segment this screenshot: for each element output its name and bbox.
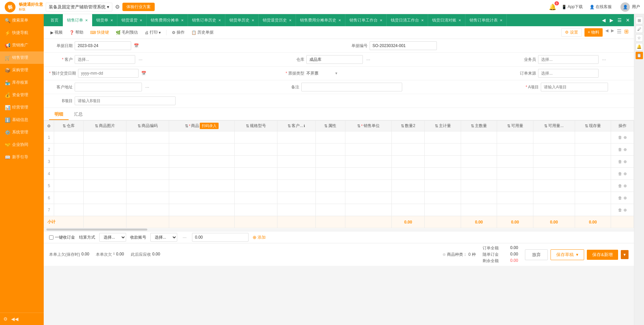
- customer-input[interactable]: [75, 55, 135, 64]
- tab-sales-return-close[interactable]: ✕: [140, 18, 142, 22]
- bank-select[interactable]: 选择...: [150, 233, 177, 242]
- row-delete-1[interactable]: 🗑: [618, 135, 622, 140]
- tab-order-workbench-close[interactable]: ✕: [380, 18, 382, 22]
- tab-sales-expense[interactable]: 销售费用分摊单 ✕: [147, 14, 188, 26]
- right-tool-bell[interactable]: 🔔: [636, 43, 643, 50]
- quick-payment-checkbox[interactable]: 一键收订金: [49, 235, 75, 240]
- sidebar-item-operations[interactable]: 📊 经营管理: [0, 101, 44, 114]
- sidebar-item-cooperation[interactable]: 🤝 企业协同: [0, 138, 44, 151]
- shortcut-btn[interactable]: ⌨ 快捷键: [89, 30, 110, 35]
- scan-btn[interactable]: 扫码录入: [200, 123, 219, 129]
- tab-close-all-btn[interactable]: ✕: [624, 17, 631, 23]
- warehouse-more-icon[interactable]: ···: [365, 57, 372, 62]
- operation-btn[interactable]: ⚙ 操作: [171, 30, 186, 35]
- row-copy-1[interactable]: ⊕: [623, 135, 627, 140]
- sidebar-item-purchase[interactable]: 📦 采购管理: [0, 64, 44, 76]
- row-copy-3[interactable]: ⊕: [623, 159, 627, 164]
- tab-daily-reconcile-close[interactable]: ✕: [458, 18, 461, 22]
- tab-order-workbench[interactable]: 销售订单工作台 ✕: [345, 14, 387, 26]
- form-settings-btn[interactable]: ⚙ 设置: [561, 28, 581, 37]
- row-delete-6[interactable]: 🗑: [618, 196, 622, 200]
- sidebar-item-guide[interactable]: 📖 新手引导: [0, 151, 44, 163]
- row-copy-2[interactable]: ⊕: [623, 147, 627, 152]
- col-image[interactable]: ⇅商品图片: [83, 121, 126, 131]
- quick-payment-check[interactable]: [49, 235, 53, 240]
- sidebar-item-sales[interactable]: 🛒 销售管理: [0, 51, 44, 64]
- col-main-qty[interactable]: ⇅主数量: [461, 121, 497, 131]
- system-name-selector[interactable]: 装备及固定资产辅助管理系统 ▾: [46, 3, 112, 11]
- col-unit[interactable]: ⇅*销售单位: [345, 121, 391, 131]
- tab-prev-btn[interactable]: ◀: [601, 17, 607, 23]
- bank-more-icon[interactable]: ···: [181, 235, 188, 240]
- col-warehouse[interactable]: ⇅仓库: [54, 121, 84, 131]
- save-draft-btn[interactable]: 保存草稿 ▾: [551, 249, 584, 260]
- tab-sales-order[interactable]: 销售订单 ✕: [63, 14, 92, 26]
- right-tool-grid[interactable]: ⊞: [636, 17, 643, 24]
- b-project-input[interactable]: [75, 96, 176, 105]
- sidebar-item-finance[interactable]: 💰 资金管理: [0, 89, 44, 101]
- tab-order-history[interactable]: 销售订单历史 ✕: [188, 14, 225, 26]
- delivery-input[interactable]: [78, 69, 139, 78]
- tab-slip-history-close[interactable]: ✕: [252, 18, 254, 22]
- tab-return-history[interactable]: 销货退货历史 ✕: [259, 14, 296, 26]
- add-row-btn[interactable]: ⊕ 添加: [253, 235, 266, 240]
- amount-input[interactable]: [192, 233, 249, 242]
- a-project-input[interactable]: [541, 83, 608, 91]
- col-available[interactable]: ⇅可用量: [497, 121, 533, 131]
- help-btn[interactable]: ❓ 帮助: [68, 30, 85, 35]
- order-source-input[interactable]: [538, 69, 599, 78]
- notification-area[interactable]: 🔔 9: [549, 3, 556, 11]
- tab-expense-history[interactable]: 销售费用分摊单历史 ✕: [296, 14, 345, 26]
- right-tool-edit[interactable]: 🖊: [636, 26, 643, 33]
- payment-method-select[interactable]: 选择...: [99, 233, 126, 242]
- row-delete-4[interactable]: 🗑: [618, 171, 622, 176]
- tab-next-btn[interactable]: ▶: [608, 17, 615, 23]
- col-customer-code[interactable]: ⇅客户...ℹ: [277, 121, 315, 131]
- row-copy-6[interactable]: ⊕: [623, 196, 627, 200]
- row-copy-7[interactable]: ⊕: [623, 208, 627, 212]
- view-video-btn[interactable]: ▶ 视频: [49, 30, 64, 35]
- order-no-input[interactable]: [370, 41, 437, 50]
- tab-sales-return[interactable]: 销货退货 ✕: [117, 14, 147, 26]
- app-download-btn[interactable]: 📱 App下载: [560, 4, 584, 10]
- tab-detail[interactable]: 明细: [49, 109, 69, 120]
- right-tool-orange[interactable]: 📋: [636, 52, 643, 59]
- warehouse-input[interactable]: [306, 55, 363, 64]
- sidebar-item-search[interactable]: 🔍 搜索菜单: [0, 14, 44, 27]
- sidebar-item-basicinfo[interactable]: ℹ️ 基础信息: [0, 114, 44, 126]
- history-btn[interactable]: 📋 历史单据: [190, 30, 215, 35]
- row-delete-5[interactable]: 🗑: [618, 184, 622, 188]
- tab-sales-expense-close[interactable]: ✕: [181, 18, 184, 22]
- tab-order-history-close[interactable]: ✕: [218, 18, 221, 22]
- form-view-btn[interactable]: ⊞: [624, 28, 629, 37]
- row-copy-4[interactable]: ⊕: [623, 171, 627, 176]
- col-stock[interactable]: ⇅现存量: [575, 121, 611, 131]
- tab-sales-slip[interactable]: 销货单 ✕: [92, 14, 117, 26]
- settings-icon[interactable]: ⚙: [115, 4, 120, 10]
- calendar-icon[interactable]: 📅: [134, 43, 139, 48]
- col-spec[interactable]: ⇅规格型号: [234, 121, 277, 131]
- table-scrollbar[interactable]: [44, 229, 634, 231]
- row-delete-3[interactable]: 🗑: [618, 159, 622, 164]
- col-product[interactable]: ⇅*商品 扫码录入: [169, 121, 234, 131]
- address-more-icon[interactable]: ···: [144, 84, 151, 90]
- note-input[interactable]: [301, 83, 402, 91]
- tab-return-history-close[interactable]: ✕: [289, 18, 292, 22]
- col-attribute[interactable]: ⇅属性: [315, 121, 345, 131]
- customer-more-icon[interactable]: ···: [137, 57, 144, 62]
- sidebar-item-system[interactable]: ⚙️ 系统管理: [0, 126, 44, 138]
- row-delete-7[interactable]: 🗑: [618, 208, 622, 212]
- online-service-btn[interactable]: 👤 在线客服: [588, 4, 613, 10]
- tab-daily-reconcile[interactable]: 钱货日清对账 ✕: [428, 14, 465, 26]
- col-qty2[interactable]: ⇅数量2: [391, 121, 425, 131]
- tab-sales-stats[interactable]: 销售订单统计表 ✕: [465, 14, 507, 26]
- right-tool-star[interactable]: ☆: [636, 34, 643, 42]
- col-code[interactable]: ⇅商品编码: [126, 121, 169, 131]
- sidebar-item-inventory[interactable]: 🏪 库存核算: [0, 76, 44, 89]
- delivery-calendar-icon[interactable]: 📅: [141, 71, 146, 76]
- tab-daily-workbench[interactable]: 钱货日清工作台 ✕: [387, 14, 428, 26]
- col-settings[interactable]: ⚙: [44, 121, 54, 131]
- tab-slip-history[interactable]: 销货单历史 ✕: [225, 14, 259, 26]
- tab-summary[interactable]: 汇总: [69, 109, 88, 120]
- tab-daily-workbench-close[interactable]: ✕: [421, 18, 424, 22]
